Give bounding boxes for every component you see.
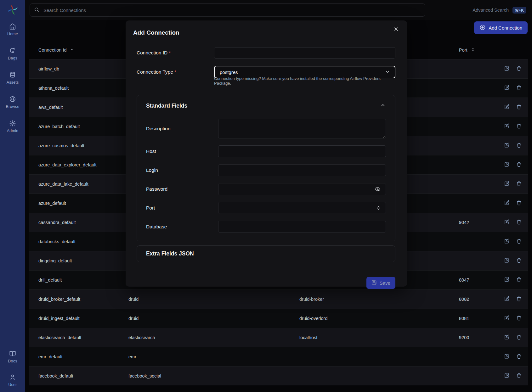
shortcut-badge[interactable]: ⌘+K xyxy=(512,7,526,14)
delete-connection-button[interactable] xyxy=(516,181,522,188)
field-control xyxy=(218,164,386,176)
edit-connection-button[interactable] xyxy=(505,181,510,188)
sidebar-item-user[interactable]: User xyxy=(8,374,17,387)
delete-connection-button[interactable] xyxy=(516,334,522,341)
number-stepper[interactable] xyxy=(374,205,382,211)
sidebar-footer-nav: Docs User xyxy=(8,350,17,387)
table-row[interactable]: emr_default emr xyxy=(29,347,528,366)
eye-off-icon[interactable] xyxy=(373,186,382,192)
standard-fields-section: Standard Fields Description Host Login P… xyxy=(137,95,395,241)
edit-icon xyxy=(505,142,510,149)
add-connection-button[interactable]: Add Connection xyxy=(474,21,528,34)
edit-connection-button[interactable] xyxy=(505,200,510,207)
required-marker: * xyxy=(169,50,171,55)
dags-icon xyxy=(9,47,16,54)
trash-icon xyxy=(516,123,522,130)
description-input[interactable] xyxy=(218,119,386,138)
sidebar-item-home[interactable]: Home xyxy=(7,23,18,36)
search-box[interactable] xyxy=(30,3,425,17)
trash-icon xyxy=(516,353,522,360)
standard-field-row: Database xyxy=(146,221,386,233)
edit-connection-button[interactable] xyxy=(505,161,510,168)
edit-connection-button[interactable] xyxy=(505,142,510,149)
delete-connection-button[interactable] xyxy=(516,315,522,322)
host-input[interactable] xyxy=(218,145,386,157)
cell-connection-id: azure_cosmos_default xyxy=(29,143,128,148)
trash-icon xyxy=(516,334,522,341)
delete-connection-button[interactable] xyxy=(516,353,522,360)
topbar: Advanced Search ⌘+K xyxy=(25,0,532,20)
search-input[interactable] xyxy=(43,7,421,13)
cell-connection-id: azure_data_explorer_default xyxy=(29,162,128,167)
save-button[interactable]: Save xyxy=(366,277,395,289)
edit-connection-button[interactable] xyxy=(505,238,510,245)
delete-connection-button[interactable] xyxy=(516,219,522,226)
delete-connection-button[interactable] xyxy=(516,161,522,168)
advanced-search-link[interactable]: Advanced Search xyxy=(473,8,509,13)
column-header-port[interactable]: Port xyxy=(459,47,475,53)
delete-connection-button[interactable] xyxy=(516,142,522,149)
edit-icon xyxy=(505,181,510,188)
port-input[interactable] xyxy=(218,202,386,214)
edit-connection-button[interactable] xyxy=(505,219,510,226)
trash-icon xyxy=(516,65,522,72)
sidebar-item-browse[interactable]: Browse xyxy=(6,96,20,109)
delete-connection-button[interactable] xyxy=(516,123,522,130)
edit-connection-button[interactable] xyxy=(505,334,510,341)
delete-connection-button[interactable] xyxy=(516,257,522,264)
password-input[interactable] xyxy=(218,183,386,195)
sidebar-item-label: Assets xyxy=(7,80,19,85)
table-row[interactable]: facebook_default facebook_social xyxy=(29,366,528,385)
sidebar-item-dags[interactable]: Dags xyxy=(8,47,17,60)
trash-icon xyxy=(516,296,522,303)
edit-icon xyxy=(505,219,510,226)
standard-field-row: Host xyxy=(146,145,386,157)
edit-connection-button[interactable] xyxy=(505,277,510,283)
column-header-connection-id[interactable]: Connection Id xyxy=(38,47,74,53)
delete-connection-button[interactable] xyxy=(516,296,522,303)
admin-icon xyxy=(9,120,16,127)
edit-connection-button[interactable] xyxy=(505,65,510,72)
edit-connection-button[interactable] xyxy=(505,315,510,322)
trash-icon xyxy=(516,104,522,111)
delete-connection-button[interactable] xyxy=(516,85,522,92)
sidebar-item-label: Docs xyxy=(8,359,17,363)
table-row[interactable]: druid_broker_default druid druid-broker … xyxy=(29,289,528,309)
airflow-logo-icon[interactable] xyxy=(7,4,18,15)
delete-connection-button[interactable] xyxy=(516,104,522,111)
sidebar-item-admin[interactable]: Admin xyxy=(7,120,18,133)
database-label: Database xyxy=(146,224,218,230)
edit-connection-button[interactable] xyxy=(505,123,510,130)
table-row[interactable]: elasticsearch_default elasticsearch loca… xyxy=(29,328,528,347)
standard-fields-toggle[interactable]: Standard Fields xyxy=(146,102,386,109)
connection-id-header-label: Connection Id xyxy=(38,48,66,53)
browse-icon xyxy=(9,96,16,103)
close-modal-button[interactable] xyxy=(392,26,401,33)
login-input[interactable] xyxy=(218,164,386,176)
cell-port: 9042 xyxy=(429,220,505,225)
sidebar-item-assets[interactable]: Assets xyxy=(7,71,19,85)
sidebar-item-docs[interactable]: Docs xyxy=(8,350,17,363)
delete-connection-button[interactable] xyxy=(516,65,522,72)
delete-connection-button[interactable] xyxy=(516,238,522,245)
edit-connection-button[interactable] xyxy=(505,372,510,379)
delete-connection-button[interactable] xyxy=(516,200,522,207)
save-icon xyxy=(371,280,377,286)
cell-conn-type: facebook_social xyxy=(128,373,299,378)
user-icon xyxy=(9,374,16,381)
cell-connection-id: azure_default xyxy=(29,201,128,206)
connection-id-input[interactable] xyxy=(214,47,395,59)
required-marker: * xyxy=(174,69,176,75)
sidebar-item-label: Dags xyxy=(8,56,17,60)
delete-connection-button[interactable] xyxy=(516,372,522,379)
extra-fields-toggle[interactable]: Extra Fields JSON xyxy=(137,245,395,262)
edit-connection-button[interactable] xyxy=(505,257,510,264)
edit-connection-button[interactable] xyxy=(505,85,510,92)
cell-connection-id: azure_data_lake_default xyxy=(29,182,128,187)
delete-connection-button[interactable] xyxy=(516,277,522,283)
edit-connection-button[interactable] xyxy=(505,104,510,111)
database-input[interactable] xyxy=(218,221,386,233)
table-row[interactable]: druid_ingest_default druid druid-overlor… xyxy=(29,309,528,328)
edit-connection-button[interactable] xyxy=(505,353,510,360)
edit-connection-button[interactable] xyxy=(505,296,510,303)
